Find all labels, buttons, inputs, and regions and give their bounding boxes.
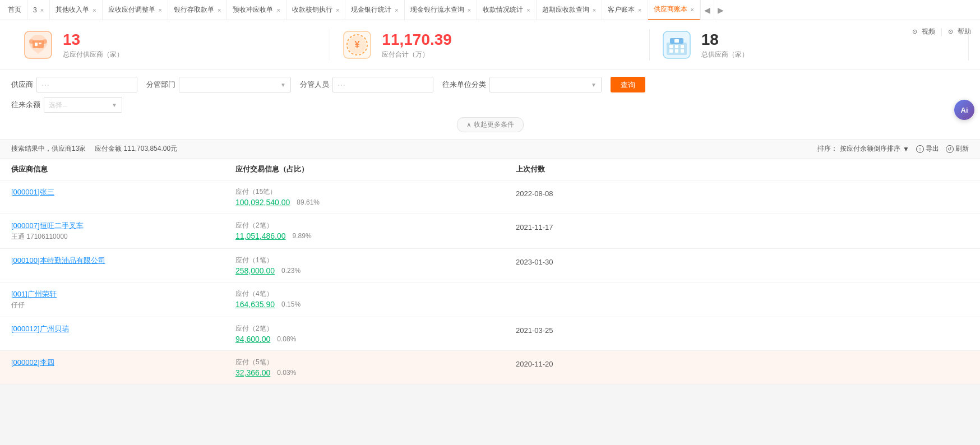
balance-placeholder: 选择... [49, 100, 68, 110]
export-button[interactable]: ↑ 导出 [916, 144, 939, 154]
table-row: [001]广州荣轩 仔仔 应付（4笔） 164,635.90 0.15% [0, 282, 980, 317]
supplier-info-col: [000002]李四 [11, 358, 235, 369]
nav-tab-home[interactable]: 首页 [2, 0, 27, 20]
trans-amount-row1[interactable]: 100,092,540.00 [235, 198, 290, 207]
table-header: 供应商信息 应付交易信息（占比） 上次付数 [0, 159, 980, 180]
supplier-input[interactable]: ··· [36, 77, 137, 92]
person-input[interactable]: ··· [332, 77, 433, 92]
circle-icon: ⊙ [912, 28, 917, 35]
last-pay-col-row2: 2021-11-17 [516, 221, 969, 231]
video-link[interactable]: 视频 [922, 27, 935, 36]
nav-tab-bank-deposit[interactable]: 银行存取款单 × [168, 0, 227, 20]
svg-rect-2 [35, 43, 38, 46]
trans-amount-row3[interactable]: 258,000.00 [235, 266, 275, 275]
col-header-transaction: 应付交易信息（占比） [235, 164, 516, 174]
supplier-link-row1[interactable]: [000001]张三 [11, 187, 235, 197]
search-button[interactable]: 查询 [611, 77, 645, 92]
nav-next-arrow[interactable]: ▶ [714, 0, 727, 20]
table-row: [000001]张三 应付（15笔） 100,092,540.00 89.61%… [0, 180, 980, 214]
close-tab-overdue-collect[interactable]: × [593, 7, 596, 13]
close-tab-supplier-account[interactable]: × [691, 6, 694, 13]
help-link[interactable]: 帮助 [958, 27, 971, 36]
total-supplier-label: 总供应商（家） [701, 50, 748, 59]
close-tab-cash-bank-stat[interactable]: × [395, 7, 398, 13]
filter-row-1: 供应商 ··· 分管部门 ▼ 分管人员 ··· 往来单位分类 ▼ [11, 77, 969, 92]
trans-percent-row6: 0.03% [277, 369, 296, 377]
results-summary: 搜索结果中，供应商13家 应付金额 111,703,854.00元 [11, 144, 177, 154]
nav-tab-cash-bank-stat[interactable]: 现金银行统计 × [345, 0, 404, 20]
sort-label: 排序： [817, 144, 838, 154]
nav-tab-overdue-collect[interactable]: 超期应收款查询 × [537, 0, 602, 20]
svg-rect-13 [675, 45, 678, 48]
total-supplier-icon [661, 29, 692, 61]
dept-filter-label: 分管部门 [146, 80, 175, 90]
close-tab-cash-bank-flow[interactable]: × [468, 7, 471, 13]
trans-amount-row6[interactable]: 32,366.00 [235, 368, 270, 377]
refresh-button[interactable]: ↺ 刷新 [946, 144, 969, 154]
nav-prev-arrow[interactable]: ◀ [700, 0, 714, 20]
nav-tab-customer-account[interactable]: 客户账本 × [602, 0, 648, 20]
supplier-link-row5[interactable]: [000012]广州贝瑞 [11, 324, 235, 334]
category-select[interactable]: ▼ [489, 77, 602, 92]
svg-rect-11 [667, 43, 687, 55]
table-row: [000100]本特勤油品有限公司 应付（1笔） 258,000.00 0.23… [0, 249, 980, 282]
nav-tab-receipt-verify[interactable]: 收款核销执行 × [286, 0, 345, 20]
top-right-links: ⊙ 视频 │ ⊙ 帮助 [912, 27, 972, 36]
trans-amount-row2[interactable]: 11,051,486.00 [235, 231, 286, 240]
supplier-filter-item: 供应商 ··· [11, 77, 137, 92]
person-filter-item: 分管人员 ··· [300, 77, 433, 92]
nav-tab-collection-stat[interactable]: 收款情况统计 × [477, 0, 536, 20]
trans-percent-row2: 9.89% [293, 232, 312, 240]
top-navigation: 首页 3 × 其他收入单 × 应收应付调整单 × 银行存取款单 × 预收冲应收单… [0, 0, 980, 20]
balance-select[interactable]: 选择... ▼ [44, 97, 122, 113]
close-tab-3[interactable]: × [40, 7, 44, 13]
supplier-link-row4[interactable]: [001]广州荣轩 [11, 289, 235, 299]
dept-select[interactable]: ▼ [179, 77, 291, 92]
nav-tab-supplier-account[interactable]: 供应商账本 × [648, 0, 700, 20]
svg-rect-1 [33, 40, 44, 48]
sort-selector[interactable]: 排序： 按应付余额倒序排序 ▼ [817, 144, 909, 154]
payable-supplier-number: 13 [63, 30, 123, 49]
last-pay-col-row1: 2022-08-08 [516, 187, 969, 198]
nav-tab-3[interactable]: 3 × [27, 0, 50, 20]
svg-point-5 [43, 39, 47, 44]
close-tab-collection-stat[interactable]: × [526, 7, 530, 13]
trans-percent-row1: 89.61% [297, 198, 320, 206]
svg-rect-17 [681, 49, 684, 53]
circle-icon2: ⊙ [948, 28, 953, 35]
nav-tab-other-income[interactable]: 其他收入单 × [50, 0, 102, 20]
ai-badge[interactable]: Ai [954, 100, 974, 120]
summary-section: 13 总应付供应商（家） ¥ 11,170.39 应付合计（万） [0, 20, 980, 70]
nav-tab-advance-collection[interactable]: 预收冲应收单 × [227, 0, 286, 20]
last-pay-col-row3: 2023-01-30 [516, 256, 969, 266]
svg-point-4 [29, 39, 34, 44]
close-tab-advance-collection[interactable]: × [276, 7, 280, 13]
ap-total-icon: ¥ [341, 29, 373, 61]
collapse-button[interactable]: ∧ 收起更多条件 [457, 117, 524, 132]
close-tab-customer-account[interactable]: × [638, 7, 641, 13]
svg-rect-16 [675, 49, 678, 53]
total-supplier-info: 18 总供应商（家） [701, 30, 748, 60]
export-icon: ↑ [916, 145, 924, 153]
person-filter-label: 分管人员 [300, 80, 329, 90]
close-tab-receipt-verify[interactable]: × [336, 7, 339, 13]
transaction-col-row6: 应付（5笔） 32,366.00 0.03% [235, 358, 516, 377]
close-tab-ap-adjust[interactable]: × [159, 7, 162, 13]
trans-percent-row3: 0.23% [281, 267, 301, 275]
transaction-col-row4: 应付（4笔） 164,635.90 0.15% [235, 289, 516, 309]
results-amount-text: 应付金额 111,703,854.00元 [95, 144, 177, 154]
trans-amount-row4[interactable]: 164,635.90 [235, 300, 275, 309]
trans-amount-row5[interactable]: 94,600.00 [235, 335, 270, 344]
supplier-link-row2[interactable]: [000007]恒旺二手叉车 [11, 221, 235, 231]
close-tab-bank-deposit[interactable]: × [218, 7, 221, 13]
close-tab-other-income[interactable]: × [93, 7, 96, 13]
ap-total-number: 11,170.39 [382, 30, 452, 49]
nav-tab-ap-adjust[interactable]: 应收应付调整单 × [103, 0, 168, 20]
category-filter-item: 往来单位分类 ▼ [442, 77, 602, 92]
supplier-link-row3[interactable]: [000100]本特勤油品有限公司 [11, 256, 235, 266]
svg-rect-15 [669, 49, 673, 53]
svg-text:¥: ¥ [355, 40, 360, 49]
nav-tab-cash-bank-flow[interactable]: 现金银行流水查询 × [405, 0, 477, 20]
supplier-link-row6[interactable]: [000002]李四 [11, 358, 235, 368]
supplier-info-col: [000012]广州贝瑞 [11, 324, 235, 335]
